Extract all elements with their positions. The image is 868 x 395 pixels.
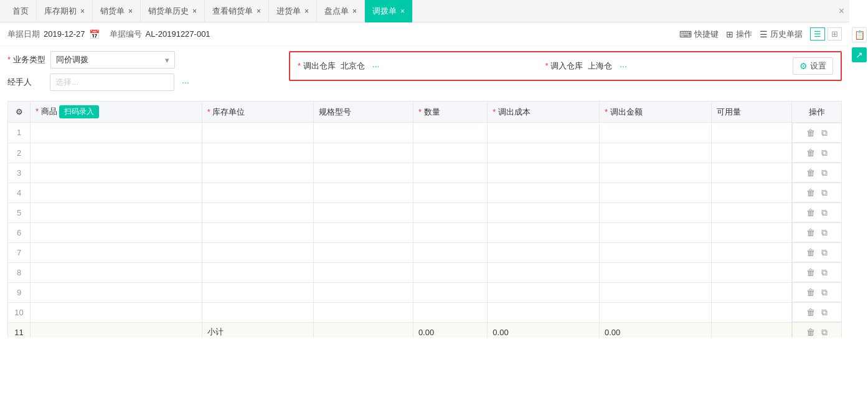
delete-row-btn-9[interactable]: 🗑	[805, 286, 816, 298]
tab-close-sales-history[interactable]: ×	[192, 7, 197, 16]
available-cell-2[interactable]	[711, 143, 792, 163]
shortcut-btn[interactable]: ⌨ 快捷键	[679, 29, 719, 40]
unit-cell-2[interactable]	[202, 143, 314, 163]
copy-row-btn-10[interactable]: ⧉	[820, 306, 829, 319]
quantity-cell-8[interactable]	[413, 262, 487, 282]
tab-transfer[interactable]: 调拨单 ×	[365, 0, 413, 22]
amount-cell-4[interactable]	[599, 183, 711, 202]
product-cell-1[interactable]	[31, 123, 202, 143]
available-cell-10[interactable]	[711, 302, 792, 322]
amount-cell-8[interactable]	[599, 262, 711, 282]
spec-cell-6[interactable]	[314, 222, 413, 242]
delete-row-btn-2[interactable]: 🗑	[805, 146, 816, 159]
spec-cell-3[interactable]	[314, 163, 413, 183]
unit-cell-7[interactable]	[202, 242, 314, 262]
amount-cell-2[interactable]	[599, 143, 711, 163]
amount-cell-9[interactable]	[599, 282, 711, 302]
amount-cell-3[interactable]	[599, 163, 711, 183]
copy-row-btn-9[interactable]: ⧉	[820, 286, 829, 299]
quantity-cell-5[interactable]	[413, 202, 487, 222]
history-btn[interactable]: ☰ 历史单据	[760, 29, 803, 40]
delete-row-btn-6[interactable]: 🗑	[805, 226, 816, 239]
spec-cell-4[interactable]	[314, 183, 413, 202]
amount-cell-5[interactable]	[599, 202, 711, 222]
unit-cell-9[interactable]	[202, 282, 314, 302]
product-cell-3[interactable]	[31, 163, 202, 183]
close-all-tabs[interactable]: ×	[839, 6, 844, 17]
amount-cell-1[interactable]	[599, 123, 711, 143]
quantity-cell-6[interactable]	[413, 222, 487, 242]
delete-row-btn-3[interactable]: 🗑	[805, 166, 816, 179]
product-cell-6[interactable]	[31, 222, 202, 242]
amount-cell-6[interactable]	[599, 222, 711, 242]
copy-row-btn-1[interactable]: ⧉	[820, 126, 829, 140]
copy-row-btn-8[interactable]: ⧉	[820, 266, 829, 279]
copy-row-btn-5[interactable]: ⧉	[820, 206, 829, 219]
cost-cell-7[interactable]	[488, 242, 600, 262]
product-cell-10[interactable]	[31, 302, 202, 322]
unit-cell-10[interactable]	[202, 302, 314, 322]
tab-close-view-sales[interactable]: ×	[257, 7, 261, 16]
delete-row-btn-4[interactable]: 🗑	[805, 186, 816, 199]
settings-button[interactable]: ⚙ 设置	[793, 57, 833, 75]
quantity-cell-1[interactable]	[413, 123, 487, 143]
copy-row-btn-3[interactable]: ⧉	[820, 166, 829, 179]
available-cell-4[interactable]	[711, 183, 792, 202]
handler-select[interactable]: 选择...	[50, 74, 174, 91]
handler-more-icon[interactable]: ···	[182, 77, 189, 87]
cost-cell-8[interactable]	[488, 262, 600, 282]
delete-row-btn-5[interactable]: 🗑	[805, 206, 816, 219]
spec-cell-2[interactable]	[314, 143, 413, 163]
unit-cell-6[interactable]	[202, 222, 314, 242]
unit-cell-8[interactable]	[202, 262, 314, 282]
operation-btn[interactable]: ⊞ 操作	[726, 29, 752, 40]
product-cell-8[interactable]	[31, 262, 202, 282]
quantity-cell-3[interactable]	[413, 163, 487, 183]
sidebar-export-icon[interactable]: ↗	[852, 47, 867, 62]
amount-cell-10[interactable]	[599, 302, 711, 322]
tab-close-stock-init[interactable]: ×	[80, 7, 85, 16]
spec-cell-10[interactable]	[314, 302, 413, 322]
quantity-cell-2[interactable]	[413, 143, 487, 163]
tab-sales-order[interactable]: 销货单 ×	[93, 0, 141, 22]
quantity-cell-7[interactable]	[413, 242, 487, 262]
calendar-icon[interactable]: 📅	[89, 29, 100, 39]
tab-purchase[interactable]: 进货单 ×	[269, 0, 317, 22]
date-value[interactable]: 2019-12-27	[44, 29, 85, 39]
in-warehouse-more-icon[interactable]: ···	[620, 61, 627, 71]
scan-btn[interactable]: 扫码录入	[59, 105, 99, 118]
delete-row-btn-1[interactable]: 🗑	[805, 126, 816, 139]
available-cell-7[interactable]	[711, 242, 792, 262]
quantity-cell-9[interactable]	[413, 282, 487, 302]
copy-row-btn-6[interactable]: ⧉	[820, 226, 829, 239]
product-cell-7[interactable]	[31, 242, 202, 262]
product-cell-4[interactable]	[31, 183, 202, 202]
copy-row-btn-4[interactable]: ⧉	[820, 186, 829, 199]
quantity-cell-10[interactable]	[413, 302, 487, 322]
spec-cell-1[interactable]	[314, 123, 413, 143]
available-cell-5[interactable]	[711, 202, 792, 222]
cost-cell-2[interactable]	[488, 143, 600, 163]
delete-row-btn-11[interactable]: 🗑	[805, 326, 816, 338]
cost-cell-3[interactable]	[488, 163, 600, 183]
tab-sales-history[interactable]: 销货单历史 ×	[141, 0, 205, 22]
tab-close-sales-order[interactable]: ×	[128, 7, 133, 16]
cost-cell-10[interactable]	[488, 302, 600, 322]
tab-inventory[interactable]: 盘点单 ×	[317, 0, 365, 22]
tab-view-sales[interactable]: 查看销货单 ×	[205, 0, 269, 22]
spec-cell-8[interactable]	[314, 262, 413, 282]
list-view-btn[interactable]: ☰	[810, 27, 825, 40]
unit-cell-5[interactable]	[202, 202, 314, 222]
available-cell-8[interactable]	[711, 262, 792, 282]
tab-close-transfer[interactable]: ×	[400, 7, 405, 16]
unit-cell-4[interactable]	[202, 183, 314, 202]
cost-cell-1[interactable]	[488, 123, 600, 143]
tab-close-inventory[interactable]: ×	[352, 7, 357, 16]
copy-row-btn-2[interactable]: ⧉	[820, 146, 829, 159]
delete-row-btn-7[interactable]: 🗑	[805, 246, 816, 259]
unit-cell-3[interactable]	[202, 163, 314, 183]
business-type-select[interactable]: 同价调拨 ▾	[50, 51, 175, 69]
cost-cell-5[interactable]	[488, 202, 600, 222]
product-cell-5[interactable]	[31, 202, 202, 222]
cost-cell-9[interactable]	[488, 282, 600, 302]
